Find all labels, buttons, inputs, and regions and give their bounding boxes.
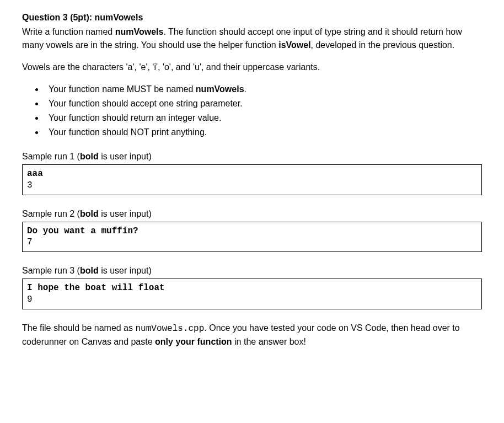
label-text: ( [74,209,80,218]
title-prefix: Question 3 (5pt): [22,13,95,22]
description-2: Vowels are the characters 'a', 'e', 'i',… [22,61,482,74]
desc1-text3: , developed in the previous question. [311,40,455,50]
label-text: is user input) [99,209,152,218]
sample-output: 9 [27,294,477,306]
footer-text: in the answer box! [232,337,306,346]
label-text: is user input) [99,152,152,161]
sample-input: Do you want a muffin? [27,226,477,237]
sample-run-3-box: I hope the boat will float 9 [22,279,482,309]
list-item: Your function name MUST be named numVowe… [44,83,482,96]
desc1-text: Write a function named [22,27,115,36]
bullet-bold: numVowels [196,84,244,94]
desc1-bold2: isVowel [278,40,310,50]
sample-run-1-label: Sample run 1 (bold is user input) [22,150,482,163]
label-num: 1 [69,152,74,161]
footer-note: The file should be named as numVowels.cp… [22,322,482,349]
question-title: Question 3 (5pt): numVowels [22,11,482,24]
label-text: Sample run [22,152,69,161]
sample-output: 7 [27,237,477,248]
requirements-list: Your function name MUST be named numVowe… [44,83,482,139]
label-text: Sample run [22,209,69,218]
footer-filename: numVowels.cpp [135,324,204,334]
desc1-bold1: numVowels [115,27,164,36]
footer-bold: only your function [155,337,232,346]
label-bold: bold [80,266,99,275]
label-num: 3 [69,266,74,275]
sample-output: 3 [27,180,477,191]
label-text: is user input) [99,266,152,275]
bullet-text: . [244,84,246,94]
label-num: 2 [69,209,74,218]
sample-run-2-box: Do you want a muffin? 7 [22,222,482,253]
label-bold: bold [80,152,99,161]
bullet-text: Your function should NOT print anything. [49,127,207,137]
label-bold: bold [80,209,99,218]
sample-input: I hope the boat will float [27,282,477,294]
sample-input: aaa [27,168,477,180]
title-name: numVowels [95,13,143,22]
bullet-text: Your function should accept one string p… [49,99,243,108]
description-1: Write a function named numVowels. The fu… [22,25,482,52]
label-text: ( [74,152,80,161]
desc2-text: Vowels are the characters 'a', 'e', 'i',… [22,62,320,72]
footer-text: The file should be named as [22,323,135,333]
sample-run-1-box: aaa 3 [22,164,482,195]
sample-run-3-label: Sample run 3 (bold is user input) [22,264,482,277]
list-item: Your function should accept one string p… [44,97,482,110]
bullet-text: Your function should return an integer v… [49,113,221,122]
label-text: ( [74,266,80,275]
bullet-text: Your function name MUST be named [49,84,196,94]
label-text: Sample run [22,266,69,275]
sample-run-2-label: Sample run 2 (bold is user input) [22,207,482,221]
list-item: Your function should return an integer v… [44,111,482,125]
list-item: Your function should NOT print anything. [44,126,482,139]
